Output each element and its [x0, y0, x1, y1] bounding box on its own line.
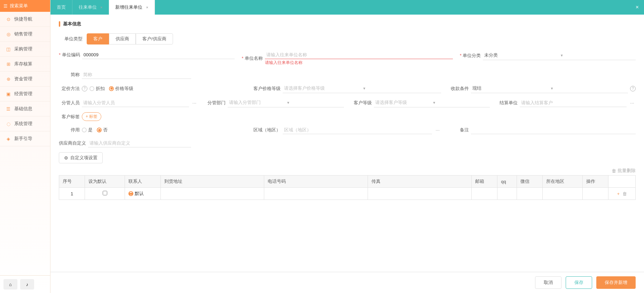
row-phone[interactable]: [368, 188, 472, 200]
remark-field: 备注: [448, 126, 636, 134]
custom-settings-button[interactable]: ⚙ 自定义项设置: [59, 152, 103, 163]
form-row-3: 定价方法 ? 折扣 价格等级 客户价格等级: [59, 84, 636, 93]
region-ellipsis[interactable]: ···: [434, 127, 441, 133]
sidebar-item-capital[interactable]: ⊛资金管理: [0, 72, 50, 87]
manager-field: 分管人员 ···: [59, 99, 198, 107]
tab-label-contacts: 往来单位: [79, 4, 97, 10]
add-tag-button[interactable]: + 标签: [82, 112, 101, 121]
form-row-4: 分管人员 ··· 分管部门 请输入分管部门 ▼ 客户等级 请选择客户等级 ▼: [59, 98, 636, 107]
settlement-ellipsis[interactable]: ···: [629, 100, 636, 106]
sidebar-item-purchase[interactable]: ◫采购管理: [0, 42, 50, 57]
batch-delete-area: 🗑 批量删除: [59, 168, 636, 174]
row-email[interactable]: [497, 188, 517, 200]
sidebar-item-basic[interactable]: ☰基础信息: [0, 101, 50, 116]
sidebar-user-btn[interactable]: ♪: [20, 279, 34, 290]
radio-yes-dot: [82, 128, 87, 132]
row-checkbox[interactable]: [85, 188, 125, 200]
sidebar-label-quick-nav: 快捷导航: [14, 16, 32, 22]
sidebar-item-quick-nav[interactable]: ⊙快捷导航: [0, 12, 50, 27]
row-qq[interactable]: [517, 188, 543, 200]
form-row-6: 停用 是 否 区域（地区） ···: [59, 126, 636, 134]
unit-category-chevron: ▼: [560, 54, 634, 57]
tab-new-contact[interactable]: 新增往来单位×: [109, 0, 155, 15]
stop-field: 停用 是 否: [59, 127, 246, 133]
payment-terms-select[interactable]: 现结 ▼: [471, 84, 628, 93]
row-wechat[interactable]: [543, 188, 583, 200]
cancel-button[interactable]: 取消: [535, 276, 561, 289]
save-new-button[interactable]: 保存并新增: [596, 276, 636, 289]
unit-type-btn-both[interactable]: 客户/供应商: [136, 33, 173, 44]
table-header-cell: 电话号码: [264, 176, 368, 188]
save-button[interactable]: 保存: [566, 276, 592, 289]
form-row-2: 简称: [59, 71, 636, 79]
search-menu[interactable]: ☰ 搜索菜单: [0, 0, 50, 12]
customer-level-select[interactable]: 请选择客户等级 ▼: [374, 98, 490, 107]
stop-radio-yes[interactable]: 是: [82, 127, 93, 133]
form-section: 基本信息 单位类型 客户供应商客户/供应商 单位编码 单位名称 请输入往来单位名…: [50, 15, 644, 206]
form-row-1: 单位编码 单位名称 请输入往来单位名称 单位分类 未分类 ▼: [59, 51, 636, 66]
pricing-radio-level[interactable]: 价格等级: [109, 86, 133, 92]
row-fax[interactable]: [472, 188, 497, 200]
region-input[interactable]: [283, 126, 432, 134]
row-action[interactable]: + 🗑: [608, 188, 636, 200]
payment-terms-label: 收款条件: [448, 86, 469, 92]
radio-discount-dot: [89, 86, 94, 91]
unit-name-input[interactable]: [265, 51, 453, 59]
region-label: 区域（地区）: [253, 127, 281, 133]
no-label: 否: [103, 127, 108, 133]
sidebar-home-btn[interactable]: ⌂: [3, 279, 17, 290]
custom-settings-label: 自定义项设置: [70, 155, 97, 161]
bottom-bar: 取消 保存 保存并新增: [50, 272, 644, 293]
pricing-radio-2-label: 价格等级: [115, 86, 133, 92]
short-name-input[interactable]: [82, 71, 191, 79]
row-select-checkbox[interactable]: [103, 191, 107, 195]
supplier-custom-input[interactable]: [88, 139, 191, 147]
customer-price-select[interactable]: 请选择客户价格等级 ▼: [283, 84, 441, 93]
pricing-radio-1-label: 折扣: [96, 86, 105, 92]
unit-code-input[interactable]: [82, 51, 235, 59]
sidebar-item-guide[interactable]: ◈新手引导: [0, 131, 50, 146]
row-default[interactable]: 默认: [125, 188, 160, 200]
delete-row-icon[interactable]: 🗑: [622, 191, 627, 196]
settlement-field: 结算单位 ···: [497, 99, 636, 107]
unit-category-select[interactable]: 未分类 ▼: [483, 51, 636, 60]
sidebar-item-sales[interactable]: ◎销售管理: [0, 27, 50, 42]
address-input[interactable]: [268, 191, 364, 196]
row-address[interactable]: [264, 188, 368, 200]
row-region[interactable]: [583, 188, 608, 200]
tab-close-new-contact[interactable]: ×: [146, 5, 148, 9]
settlement-input[interactable]: [520, 99, 627, 107]
pricing-help-icon[interactable]: ?: [82, 86, 87, 91]
unit-type-row: 单位类型 客户供应商客户/供应商: [59, 33, 636, 44]
contact-input[interactable]: [164, 191, 261, 196]
stop-radio-no[interactable]: 否: [97, 127, 108, 133]
unit-type-btn-customer[interactable]: 客户: [87, 33, 109, 44]
sidebar-item-inventory[interactable]: ⊞库存核算: [0, 57, 50, 72]
add-row-icon[interactable]: +: [617, 191, 620, 196]
phone-input[interactable]: [371, 191, 468, 196]
sidebar-item-system[interactable]: ◌系统管理: [0, 116, 50, 131]
stop-label: 停用: [59, 127, 80, 133]
batch-delete-label[interactable]: 批量删除: [618, 168, 636, 174]
row-contact[interactable]: [160, 188, 264, 200]
remark-input[interactable]: [471, 126, 636, 134]
department-select[interactable]: 请输入分管部门 ▼: [228, 98, 344, 107]
tab-home[interactable]: 首页: [50, 0, 72, 15]
manager-ellipsis[interactable]: ···: [191, 100, 198, 106]
unit-name-input-wrapper: 请输入往来单位名称: [265, 51, 453, 66]
window-close-btn[interactable]: ×: [630, 0, 644, 15]
sidebar-item-operations[interactable]: ▣经营管理: [0, 87, 50, 101]
customer-tag-label: 客户标签: [59, 114, 80, 120]
tab-bar: 首页往来单位×新增往来单位× ×: [50, 0, 644, 15]
tab-contacts[interactable]: 往来单位×: [72, 0, 109, 15]
unit-type-btn-supplier[interactable]: 供应商: [109, 33, 136, 44]
pricing-radio-discount[interactable]: 折扣: [89, 86, 105, 92]
pricing-radio-group: 折扣 价格等级: [89, 86, 133, 92]
unit-category-label: 单位分类: [460, 52, 481, 59]
department-chevron: ▼: [286, 101, 343, 105]
tab-close-contacts[interactable]: ×: [100, 5, 102, 9]
stop-radio-group: 是 否: [82, 127, 108, 133]
customer-level-field: 客户等级 请选择客户等级 ▼: [351, 98, 490, 107]
payment-help-icon[interactable]: ?: [630, 86, 636, 91]
manager-input[interactable]: [82, 99, 189, 107]
